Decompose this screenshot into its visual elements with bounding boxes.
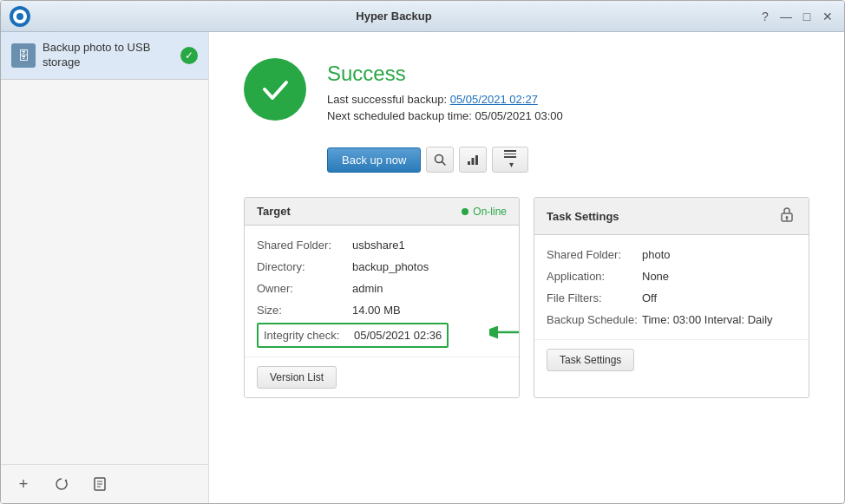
action-buttons: Back up now bbox=[244, 147, 809, 173]
menu-button[interactable]: ▾ bbox=[492, 147, 528, 173]
restore-button[interactable] bbox=[49, 472, 74, 496]
search-backup-button[interactable] bbox=[426, 147, 454, 173]
row-value: 14.00 MB bbox=[352, 304, 401, 317]
row-value: backup_photos bbox=[352, 260, 429, 273]
content-area: Success Last successful backup: 05/05/20… bbox=[209, 32, 844, 503]
next-backup-info: Next scheduled backup time: 05/05/2021 0… bbox=[327, 109, 563, 122]
next-backup-time: 05/05/2021 03:00 bbox=[475, 109, 563, 122]
integrity-value: 05/05/2021 02:36 bbox=[354, 329, 442, 342]
table-row: Application: None bbox=[547, 265, 796, 287]
integrity-check-wrapper: Integrity check: 05/05/2021 02:36 bbox=[257, 321, 507, 348]
task-panel-body: Shared Folder: photo Application: None F… bbox=[534, 235, 809, 339]
task-panel-footer: Task Settings bbox=[534, 339, 809, 380]
row-value: Off bbox=[642, 291, 657, 304]
main-window: Hyper Backup ? — □ ✕ 🗄 Backup photo to U… bbox=[0, 0, 845, 504]
row-label: Directory: bbox=[257, 260, 352, 273]
row-value: photo bbox=[642, 248, 671, 261]
lock-icon bbox=[777, 205, 796, 227]
last-backup-time-link[interactable]: 05/05/2021 02:27 bbox=[450, 93, 538, 106]
task-settings-button[interactable]: Task Settings bbox=[547, 349, 634, 371]
add-button[interactable]: + bbox=[11, 472, 36, 496]
row-label: Owner: bbox=[257, 282, 352, 295]
row-label: Shared Folder: bbox=[547, 248, 642, 261]
minimize-button[interactable]: — bbox=[778, 9, 794, 24]
svg-line-5 bbox=[442, 162, 446, 166]
row-label: File Filters: bbox=[547, 291, 642, 304]
success-icon bbox=[244, 58, 306, 121]
integrity-label: Integrity check: bbox=[264, 329, 354, 342]
sidebar-item-backup[interactable]: 🗄 Backup photo to USB storage ✓ bbox=[1, 32, 208, 80]
app-logo bbox=[10, 6, 30, 27]
last-backup-label: Last successful backup: bbox=[327, 93, 447, 106]
version-list-button[interactable]: Version List bbox=[257, 366, 337, 389]
target-status: On-line bbox=[462, 206, 507, 218]
table-row: Shared Folder: photo bbox=[547, 244, 796, 265]
target-panel-body: Shared Folder: usbshare1 Directory: back… bbox=[245, 226, 519, 357]
table-row: Shared Folder: usbshare1 bbox=[257, 234, 507, 256]
svg-rect-8 bbox=[475, 155, 478, 165]
table-row: Size: 14.00 MB bbox=[257, 299, 507, 321]
row-label: Backup Schedule: bbox=[547, 313, 642, 326]
row-value: usbshare1 bbox=[352, 239, 405, 252]
maximize-button[interactable]: □ bbox=[799, 9, 815, 24]
task-settings-panel: Task Settings Shared Folder bbox=[534, 197, 809, 398]
info-panels: Target On-line Shared Folder: usbshare1 … bbox=[244, 197, 809, 398]
row-label: Application: bbox=[547, 270, 642, 283]
sidebar-item-label: Backup photo to USB storage bbox=[43, 41, 174, 70]
target-panel-footer: Version List bbox=[245, 357, 519, 397]
target-status-label: On-line bbox=[473, 206, 507, 218]
status-dot bbox=[462, 208, 468, 215]
sidebar-item-checkmark: ✓ bbox=[180, 47, 198, 64]
success-title: Success bbox=[327, 62, 563, 86]
success-info: Success Last successful backup: 05/05/20… bbox=[327, 58, 563, 122]
backup-now-button[interactable]: Back up now bbox=[327, 147, 421, 173]
row-value: admin bbox=[352, 282, 383, 295]
svg-point-11 bbox=[786, 216, 789, 219]
sidebar: 🗄 Backup photo to USB storage ✓ + bbox=[1, 32, 209, 503]
task-panel-header: Task Settings bbox=[534, 198, 809, 235]
svg-rect-6 bbox=[468, 161, 470, 165]
target-panel: Target On-line Shared Folder: usbshare1 … bbox=[244, 197, 520, 398]
row-value: Time: 03:00 Interval: Daily bbox=[642, 313, 773, 326]
titlebar: Hyper Backup ? — □ ✕ bbox=[1, 1, 844, 32]
window-title: Hyper Backup bbox=[356, 10, 431, 23]
log-button[interactable] bbox=[88, 472, 112, 496]
next-backup-label: Next scheduled backup time: bbox=[327, 109, 472, 122]
row-label: Shared Folder: bbox=[257, 239, 352, 252]
annotation-arrow bbox=[489, 317, 520, 348]
row-label: Size: bbox=[257, 304, 352, 317]
backup-task-icon: 🗄 bbox=[11, 43, 36, 68]
sidebar-footer: + bbox=[1, 464, 208, 503]
close-button[interactable]: ✕ bbox=[820, 9, 835, 24]
table-row: Backup Schedule: Time: 03:00 Interval: D… bbox=[547, 309, 796, 331]
main-area: 🗄 Backup photo to USB storage ✓ + bbox=[1, 32, 844, 503]
last-backup-info: Last successful backup: 05/05/2021 02:27 bbox=[327, 93, 563, 106]
task-panel-title: Task Settings bbox=[547, 210, 619, 223]
success-section: Success Last successful backup: 05/05/20… bbox=[244, 58, 809, 122]
target-panel-title: Target bbox=[257, 205, 291, 218]
chart-button[interactable] bbox=[459, 147, 487, 173]
table-row: Owner: admin bbox=[257, 278, 507, 299]
row-value: None bbox=[642, 270, 669, 283]
table-row: File Filters: Off bbox=[547, 287, 796, 309]
help-button[interactable]: ? bbox=[757, 9, 773, 24]
table-row: Directory: backup_photos bbox=[257, 256, 507, 278]
window-controls: ? — □ ✕ bbox=[757, 9, 835, 24]
target-panel-header: Target On-line bbox=[245, 198, 519, 226]
integrity-check-row: Integrity check: 05/05/2021 02:36 bbox=[257, 323, 449, 348]
svg-rect-7 bbox=[472, 158, 475, 165]
